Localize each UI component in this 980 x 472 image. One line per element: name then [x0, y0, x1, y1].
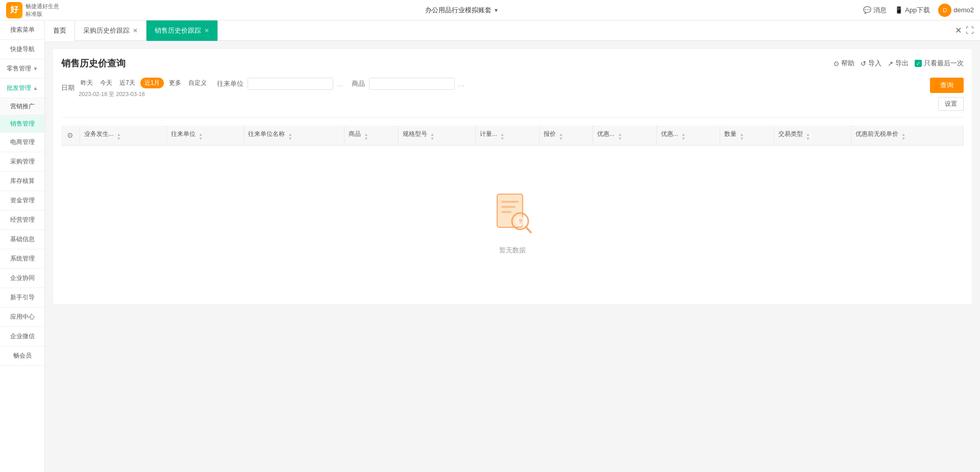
col-discount1: 优惠... ▲ ▼	[593, 126, 657, 146]
sidebar: 搜索菜单 快捷导航 零售管理 ▼ 批发管理 ▲ 营销推广 销售管理	[0, 20, 45, 472]
chevron-down-icon: ▼	[33, 66, 38, 72]
tab-home-label: 首页	[53, 26, 66, 35]
import-btn[interactable]: ↺ 导入	[861, 59, 881, 68]
col-partner-code: 往来单位 ▲ ▼	[166, 126, 243, 146]
sort-arrows[interactable]: ▲ ▼	[500, 133, 504, 141]
sidebar-item-vip-member[interactable]: 畅会员	[0, 346, 44, 366]
app-selector-dropdown[interactable]: ▾	[495, 7, 498, 14]
svg-rect-1	[501, 201, 519, 203]
col-biz-date: 业务发生... ▲ ▼	[80, 126, 166, 146]
tab-purchase-history[interactable]: 采购历史价跟踪 ✕	[75, 20, 146, 41]
page-card: 销售历史价查询 ⊙ 帮助 ↺ 导入 ↗ 导出	[53, 49, 972, 304]
tab-sales-history[interactable]: 销售历史价跟踪 ✕	[146, 20, 218, 41]
gear-icon[interactable]: ⚙	[67, 131, 74, 139]
top-bar-right: 💬 消息 📱 App下载 D demo2	[863, 4, 974, 17]
phone-icon: 📱	[895, 6, 903, 14]
sort-arrows[interactable]: ▲ ▼	[288, 133, 292, 141]
sidebar-item-corp-wechat[interactable]: 企业微信	[0, 327, 44, 346]
logo-text: 畅捷通好生意 标准版	[26, 3, 59, 17]
sort-down-icon: ▼	[288, 137, 292, 141]
sidebar-item-retail-mgmt[interactable]: 零售管理 ▼	[0, 59, 44, 79]
app-selector-area: 办公用品行业模拟账套 ▾	[425, 6, 498, 15]
sidebar-item-sales-mgmt[interactable]: 销售管理	[0, 115, 44, 133]
query-button[interactable]: 查询	[930, 78, 964, 93]
svg-rect-2	[501, 206, 516, 208]
sort-arrows[interactable]: ▲ ▼	[117, 133, 121, 141]
partner-input[interactable]	[248, 78, 333, 90]
date-opt-yesterday[interactable]: 昨天	[79, 78, 95, 88]
page-actions: ⊙ 帮助 ↺ 导入 ↗ 导出 ✓ 只看最后一次	[834, 59, 964, 68]
sidebar-item-finance-mgmt[interactable]: 资金管理	[0, 191, 44, 210]
sort-down-icon: ▼	[618, 137, 622, 141]
date-options: 昨天 今天 近7天 近1月 更多 自定义	[79, 78, 209, 88]
date-filter-group: 日期 昨天 今天 近7天 近1月 更多 自定义 2023-02-18 至 202…	[61, 78, 209, 98]
sort-arrows[interactable]: ▲ ▼	[430, 133, 434, 141]
sidebar-item-base-info[interactable]: 基础信息	[0, 230, 44, 249]
sort-down-icon: ▼	[901, 137, 905, 141]
sort-arrows[interactable]: ▲ ▼	[618, 133, 622, 141]
sort-down-icon: ▼	[681, 137, 685, 141]
only-last-checkbox[interactable]: ✓ 只看最后一次	[915, 59, 964, 68]
checkbox-icon: ✓	[915, 60, 922, 67]
sort-arrows[interactable]: ▲ ▼	[559, 133, 563, 141]
close-icon[interactable]: ✕	[204, 27, 209, 34]
sidebar-item-ecom-mgmt[interactable]: 电商管理	[0, 133, 44, 152]
sort-down-icon: ▼	[559, 137, 563, 141]
svg-text:?: ?	[519, 218, 522, 225]
sidebar-item-inventory[interactable]: 库存核算	[0, 172, 44, 191]
date-opt-1month[interactable]: 近1月	[140, 78, 164, 88]
sidebar-item-new-guide[interactable]: 新手引导	[0, 288, 44, 308]
sidebar-item-app-center[interactable]: 应用中心	[0, 308, 44, 327]
date-opt-7days[interactable]: 近7天	[117, 78, 137, 88]
sort-down-icon: ▼	[430, 137, 434, 141]
data-table: ⚙ 业务发生... ▲ ▼ 往来单位	[61, 126, 964, 146]
sidebar-item-ops-mgmt[interactable]: 经营管理	[0, 210, 44, 230]
close-all-tabs-btn[interactable]: ✕	[955, 26, 962, 35]
app-download-btn[interactable]: 📱 App下载	[895, 6, 930, 15]
date-opt-more[interactable]: 更多	[167, 78, 183, 88]
svg-rect-3	[501, 211, 511, 213]
sidebar-item-wholesale-mgmt[interactable]: 批发管理 ▲	[0, 79, 44, 98]
sort-arrows[interactable]: ▲ ▼	[681, 133, 685, 141]
sidebar-item-corp-collab[interactable]: 企业协同	[0, 269, 44, 288]
svg-line-6	[526, 227, 531, 232]
date-label: 日期	[61, 83, 75, 92]
main-layout: 搜索菜单 快捷导航 零售管理 ▼ 批发管理 ▲ 营销推广 销售管理	[0, 20, 980, 472]
maximize-btn[interactable]: ⛶	[966, 26, 974, 35]
filter-right-actions: 查询 设置	[930, 78, 964, 111]
sort-arrows[interactable]: ▲ ▼	[806, 133, 810, 141]
tab-home[interactable]: 首页	[45, 20, 75, 41]
date-opt-today[interactable]: 今天	[98, 78, 114, 88]
sidebar-item-sys-mgmt[interactable]: 系统管理	[0, 249, 44, 269]
goods-ellipsis: ...	[458, 79, 464, 88]
goods-label: 商品	[352, 79, 365, 88]
sort-down-icon: ▼	[500, 137, 504, 141]
export-btn[interactable]: ↗ 导出	[888, 59, 909, 68]
help-btn[interactable]: ⊙ 帮助	[834, 59, 854, 68]
sidebar-item-marketing[interactable]: 营销推广	[0, 98, 44, 115]
sort-down-icon: ▼	[199, 137, 203, 141]
col-qty: 数量 ▲ ▼	[720, 126, 774, 146]
sidebar-item-quick-nav[interactable]: 快捷导航	[0, 40, 44, 59]
date-range-display: 2023-02-18 至 2023-03-18	[79, 90, 209, 98]
user-area[interactable]: D demo2	[938, 4, 974, 17]
sort-arrows[interactable]: ▲ ▼	[740, 133, 744, 141]
content-area: 首页 采购历史价跟踪 ✕ 销售历史价跟踪 ✕ ✕ ⛶ 销售历史价查询	[45, 20, 980, 472]
close-icon[interactable]: ✕	[133, 27, 138, 34]
export-icon: ↗	[888, 60, 893, 67]
goods-input[interactable]	[369, 78, 455, 90]
sort-arrows[interactable]: ▲ ▼	[199, 133, 203, 141]
table-header-row: ⚙ 业务发生... ▲ ▼ 往来单位	[61, 126, 964, 146]
date-opt-custom[interactable]: 自定义	[186, 78, 209, 88]
sort-arrows[interactable]: ▲ ▼	[901, 133, 905, 141]
empty-state: ? 暂无数据	[61, 146, 964, 296]
sort-arrows[interactable]: ▲ ▼	[364, 133, 369, 141]
sidebar-item-purchase-mgmt[interactable]: 采购管理	[0, 152, 44, 172]
import-icon: ↺	[861, 60, 866, 67]
sidebar-item-search-menu[interactable]: 搜索菜单	[0, 20, 44, 40]
partner-label: 往来单位	[217, 79, 243, 88]
avatar: D	[938, 4, 951, 17]
message-btn[interactable]: 💬 消息	[863, 6, 887, 15]
settings-button[interactable]: 设置	[938, 97, 964, 111]
app-selector-label: 办公用品行业模拟账套	[425, 6, 492, 15]
